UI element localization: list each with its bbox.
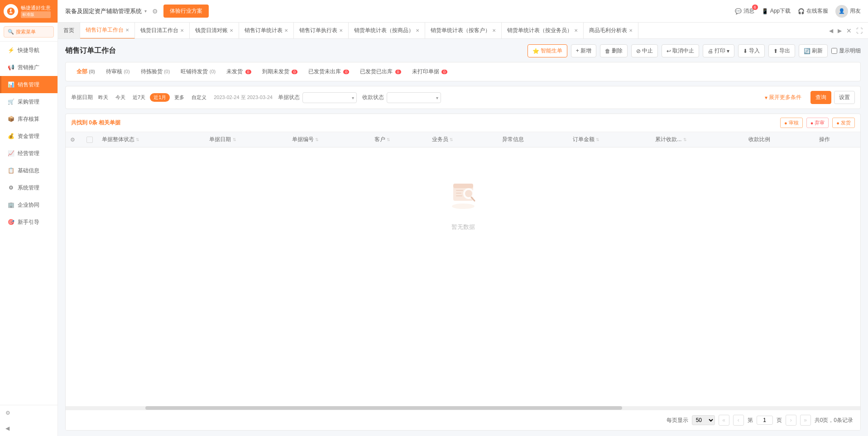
sub-tab-wangpu[interactable]: 旺铺待发货 (0) <box>175 66 221 77</box>
export-btn[interactable]: ⬆ 导出 <box>768 44 795 57</box>
user-menu-btn[interactable]: 👤 用友 <box>835 5 861 18</box>
tab-sales-exec-close[interactable]: ✕ <box>339 28 343 33</box>
review-btn[interactable]: ● 审核 <box>780 118 803 128</box>
message-btn[interactable]: 💬 消息 6 <box>735 7 754 15</box>
sidebar-item-basic-info[interactable]: 📋 基础信息 <box>0 162 58 179</box>
refresh-btn[interactable]: 🔄 刷新 <box>799 44 828 57</box>
tab-sales-stats-product[interactable]: 销货单统计表（按商品） ✕ <box>349 23 425 39</box>
tab-sales-workbench-close[interactable]: ✕ <box>125 28 129 33</box>
sub-tab-all[interactable]: 全部 (0) <box>71 66 101 77</box>
tab-sales-stats-product-close[interactable]: ✕ <box>416 28 419 33</box>
header-title-dropdown[interactable]: ▾ <box>144 9 147 14</box>
delete-btn[interactable]: 🗑 删除 <box>600 44 628 57</box>
set-btn[interactable]: 设置 <box>834 91 855 104</box>
page-prev-btn[interactable]: ‹ <box>733 415 744 426</box>
tab-maximize[interactable]: ⛶ <box>854 27 864 34</box>
show-detail-checkbox[interactable] <box>831 48 837 54</box>
tab-scroll-right[interactable]: ▶ <box>836 28 844 34</box>
status-select[interactable] <box>302 92 357 103</box>
sidebar-item-quick-nav[interactable]: ⚡ 快捷导航 <box>0 42 58 59</box>
add-btn[interactable]: + 新增 <box>571 44 596 57</box>
scrollbar-thumb[interactable] <box>145 406 622 410</box>
sub-tab-pending-inspect[interactable]: 待拣验货 (0) <box>135 66 176 77</box>
page-next-btn[interactable]: › <box>786 415 796 426</box>
show-detail-label[interactable]: 显示明细 <box>831 47 861 55</box>
import-btn[interactable]: ⬇ 导入 <box>738 44 765 57</box>
page-number-input[interactable] <box>757 416 773 425</box>
ai-generate-btn[interactable]: ⭐ 智能生单 <box>528 44 567 57</box>
sidebar-item-operations[interactable]: 📈 经营管理 <box>0 145 58 162</box>
date-more[interactable]: 更多 <box>172 93 187 102</box>
status-select-wrap[interactable] <box>302 92 357 103</box>
date-today[interactable]: 今天 <box>113 93 128 102</box>
tab-cash-daily-close[interactable]: ✕ <box>180 28 184 33</box>
th-received[interactable]: 累计收款... ⇅ <box>651 132 743 147</box>
tab-home[interactable]: 首页 <box>58 23 80 39</box>
sub-tab-expired-not-shipped[interactable]: 到期未发货 0 <box>257 66 303 77</box>
th-customer[interactable]: 客户 ⇅ <box>370 132 427 147</box>
payment-select[interactable] <box>387 92 441 103</box>
query-btn[interactable]: 查询 <box>810 91 831 104</box>
sub-tab-not-printed[interactable]: 未打印单据 0 <box>407 66 453 77</box>
settings-bottom-btn[interactable]: ⚙ <box>0 405 58 421</box>
page-first-btn[interactable]: « <box>719 415 729 426</box>
th-number[interactable]: 单据编号 ⇅ <box>288 132 370 147</box>
th-date[interactable]: 单据日期 ⇅ <box>205 132 287 147</box>
sidebar-item-capital[interactable]: 💰 资金管理 <box>0 128 58 145</box>
sidebar-search-area[interactable]: 🔍 搜索菜单 <box>0 23 58 42</box>
tab-cash-reconcile[interactable]: 钱货日清对账 ✕ <box>190 23 239 39</box>
page-size-select[interactable]: 50 10 20 100 <box>692 415 715 425</box>
tab-product-margin[interactable]: 商品毛利分析表 ✕ <box>584 23 638 39</box>
tab-sales-stats-customer-close[interactable]: ✕ <box>492 28 496 33</box>
table-scroll[interactable]: ⚙ 单据整体状态 ⇅ 单据日期 ⇅ <box>66 132 860 406</box>
horizontal-scrollbar[interactable] <box>66 406 860 410</box>
sub-tab-not-shipped[interactable]: 未发货 0 <box>221 66 256 77</box>
payment-select-wrap[interactable] <box>387 92 441 103</box>
tab-sales-stats-close[interactable]: ✕ <box>284 28 288 33</box>
tab-cash-reconcile-close[interactable]: ✕ <box>230 28 233 33</box>
header-gear-icon[interactable]: ⚙ <box>152 8 158 15</box>
app-download-btn[interactable]: 📱 App下载 <box>762 7 791 15</box>
tab-sales-stats-staff-close[interactable]: ✕ <box>574 28 578 33</box>
tab-sales-stats[interactable]: 销售订单统计表 ✕ <box>239 23 294 39</box>
column-settings-icon[interactable]: ⚙ <box>70 137 75 143</box>
sub-tab-pending-review[interactable]: 待审核 (0) <box>101 66 135 77</box>
sidebar-item-system[interactable]: ⚙ 系统管理 <box>0 179 58 196</box>
tab-product-margin-close[interactable]: ✕ <box>629 28 633 33</box>
date-yesterday[interactable]: 昨天 <box>96 93 111 102</box>
date-1month[interactable]: 近1月 <box>150 93 170 102</box>
sidebar-item-sales[interactable]: 📊 销售管理 <box>0 76 58 93</box>
th-amount[interactable]: 订单金额 ⇅ <box>568 132 651 147</box>
cancel-review-btn[interactable]: ● 弃审 <box>806 118 829 128</box>
th-staff[interactable]: 业务员 ⇅ <box>427 132 498 147</box>
sidebar-item-newbie[interactable]: 🎯 新手引导 <box>0 213 58 231</box>
stop-btn[interactable]: ⊘ 中止 <box>631 44 658 57</box>
page-last-btn[interactable]: » <box>800 415 811 426</box>
date-7days[interactable]: 近7天 <box>130 93 148 102</box>
tab-sales-stats-staff[interactable]: 销货单统计表（按业务员） ✕ <box>502 23 584 39</box>
cancel-stop-btn[interactable]: ↩ 取消中止 <box>662 44 699 57</box>
sub-tab-shipped-not-out[interactable]: 已发货未出库 0 <box>303 66 355 77</box>
tab-sales-exec[interactable]: 销售订单执行表 ✕ <box>294 23 349 39</box>
sub-tab-shipped-out[interactable]: 已发货已出库 0 <box>355 66 406 77</box>
th-checkbox[interactable] <box>82 132 97 147</box>
ship-btn[interactable]: ● 发货 <box>832 118 855 128</box>
sidebar-item-inventory[interactable]: 📦 库存核算 <box>0 110 58 128</box>
sidebar-item-purchase[interactable]: 🛒 采购管理 <box>0 93 58 110</box>
online-service-btn[interactable]: 🎧 在线客服 <box>798 7 828 15</box>
tab-close-all[interactable]: ✕ <box>844 27 854 34</box>
tab-sales-workbench[interactable]: 销售订单工作台 ✕ <box>80 23 135 39</box>
search-menu-button[interactable]: 🔍 搜索菜单 <box>4 26 54 38</box>
sidebar-item-enterprise[interactable]: 🏢 企业协同 <box>0 196 58 213</box>
th-gear[interactable]: ⚙ <box>66 132 82 147</box>
tab-sales-stats-customer[interactable]: 销货单统计表（按客户） ✕ <box>425 23 502 39</box>
tab-cash-daily[interactable]: 钱货日清工作台 ✕ <box>135 23 190 39</box>
expand-filter-btn[interactable]: ▾ 展开更多条件 <box>765 94 801 101</box>
industry-btn[interactable]: 体验行业方案 <box>163 5 209 18</box>
print-btn[interactable]: 🖨 打印 ▾ <box>703 44 734 57</box>
tab-scroll-left[interactable]: ◀ <box>827 28 835 34</box>
date-custom[interactable]: 自定义 <box>189 93 209 102</box>
collapse-btn[interactable]: ◀ <box>0 421 58 436</box>
select-all-checkbox[interactable] <box>86 137 93 143</box>
sidebar-item-marketing[interactable]: 📢 营销推广 <box>0 59 58 76</box>
